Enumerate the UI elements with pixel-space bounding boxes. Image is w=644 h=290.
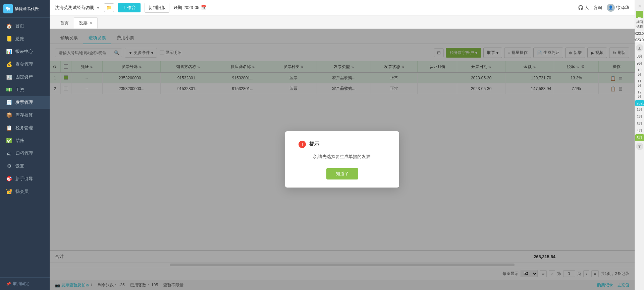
tax-icon: 📋	[6, 125, 12, 131]
company-dropdown-icon: ▼	[96, 6, 100, 10]
period-month-5月[interactable]: 5月	[635, 134, 644, 141]
period-month-1月[interactable]: 1月	[635, 106, 644, 113]
sidebar-label-ledger: 总账	[15, 36, 24, 42]
modal-dialog: ! 提示 亲,请先选择要生成单据的发票! 知道了	[285, 131, 399, 188]
archive-button[interactable]: 📁	[104, 3, 114, 12]
period-month-8月[interactable]: 8月	[635, 53, 644, 60]
sidebar-item-invoices[interactable]: 🧾发票管理	[0, 96, 50, 109]
sidebar-menu: 🏠首页📒总账📊报表中心💰资金管理🏢固定资产💵工资🧾发票管理📦库存核算📋税务管理✅…	[0, 18, 50, 277]
archive-icon: 🗂	[6, 151, 12, 156]
modal-body: 亲,请先选择要生成单据的发票!	[299, 153, 386, 160]
sidebar-label-guide: 新手引导	[15, 176, 33, 182]
sidebar-cancel-pin[interactable]: 📌 取消固定	[0, 277, 50, 290]
avatar: 👤	[607, 4, 615, 12]
sidebar-item-tax[interactable]: 📋税务管理	[0, 122, 50, 134]
reports-icon: 📊	[6, 49, 12, 55]
period-month-4月[interactable]: 4月	[635, 127, 644, 134]
main-area: 沈海英测试经营勿删 ▼ 📁 工作台 切到旧版 账期 2023-05 📅 🎧 人工…	[50, 0, 635, 290]
tab-invoices[interactable]: 发票 ✕	[74, 17, 98, 28]
app-title: 畅捷通易代账	[15, 6, 39, 12]
sidebar-item-ledger[interactable]: 📒总账	[0, 32, 50, 45]
sidebar-item-inventory[interactable]: 📦库存核算	[0, 109, 50, 122]
period-display: 账期 2023-05 📅	[173, 5, 206, 11]
headset-icon: 🎧	[578, 5, 583, 10]
period-button[interactable]: 常期	[636, 11, 643, 18]
sidebar-item-assets[interactable]: 🏢固定资产	[0, 71, 50, 83]
tabs-bar: 首页 发票 ✕	[50, 15, 635, 29]
panel-down-arrow[interactable]: ▼	[636, 143, 643, 150]
modal-header: ! 提示	[299, 141, 386, 148]
content-area: 销项发票 进项发票 费用小票 🔍 ▼ 更多条件 ▾ 显示明细	[50, 29, 635, 290]
sidebar-item-settle[interactable]: ✅结账	[0, 134, 50, 147]
invoices-icon: 🧾	[6, 99, 12, 105]
salary-icon: 💵	[6, 87, 12, 93]
right-panel-close-icon[interactable]: ✕	[638, 3, 642, 9]
pin-icon: 📌	[6, 282, 11, 286]
period-month-3月[interactable]: 3月	[635, 120, 644, 127]
sidebar-label-archive: 归档管理	[15, 150, 33, 156]
settle-icon: ✅	[6, 138, 12, 144]
guide-icon: 🎯	[6, 176, 12, 182]
sidebar-item-archive[interactable]: 🗂归档管理	[0, 147, 50, 160]
modal-message: 亲,请先选择要生成单据的发票!	[313, 154, 372, 159]
period-month-10月[interactable]: 10月	[635, 67, 644, 78]
modal-title: 提示	[309, 141, 319, 147]
sidebar-item-salary[interactable]: 💵工资	[0, 83, 50, 96]
right-panel: ✕ 常期 期间选择 2023.05 2023.05 ▲ 8月9月10月11月12…	[635, 0, 644, 290]
tab-close-icon[interactable]: ✕	[90, 21, 93, 25]
inventory-icon: 📦	[6, 112, 12, 118]
topbar: 沈海英测试经营勿删 ▼ 📁 工作台 切到旧版 账期 2023-05 📅 🎧 人工…	[50, 0, 635, 15]
period-month-9月[interactable]: 9月	[635, 60, 644, 67]
support-button[interactable]: 🎧 人工咨询	[578, 5, 602, 11]
company-selector[interactable]: 沈海英测试经营勿删 ▼	[55, 5, 100, 11]
modal-footer: 知道了	[299, 168, 386, 179]
sidebar-label-salary: 工资	[15, 87, 24, 93]
sidebar-label-tax: 税务管理	[15, 125, 33, 131]
warning-icon: !	[299, 141, 306, 148]
sidebar-label-reports: 报表中心	[15, 49, 33, 55]
sidebar: 畅 畅捷通易代账 🏠首页📒总账📊报表中心💰资金管理🏢固定资产💵工资🧾发票管理📦库…	[0, 0, 50, 290]
app-logo: 畅 畅捷通易代账	[0, 0, 50, 18]
member-icon: 👑	[6, 189, 12, 195]
user-menu[interactable]: 👤 徐泽华	[607, 4, 629, 12]
sidebar-item-reports[interactable]: 📊报表中心	[0, 45, 50, 58]
topbar-right: 🎧 人工咨询 👤 徐泽华	[578, 4, 629, 12]
tab-home-label: 首页	[60, 20, 69, 26]
period-value-1[interactable]: 2023.05	[633, 31, 644, 36]
home-icon: 🏠	[6, 23, 12, 29]
company-name: 沈海英测试经营勿删	[55, 5, 94, 11]
sidebar-label-assets: 固定资产	[15, 74, 33, 80]
sidebar-label-member: 畅会员	[15, 189, 29, 195]
sidebar-label-home: 首页	[15, 23, 24, 29]
sidebar-item-settings[interactable]: ⚙设置	[0, 160, 50, 172]
sidebar-item-funds[interactable]: 💰资金管理	[0, 58, 50, 71]
sidebar-label-inventory: 库存核算	[15, 112, 33, 118]
assets-icon: 🏢	[6, 74, 12, 80]
sidebar-label-invoices: 发票管理	[15, 99, 33, 105]
sidebar-item-guide[interactable]: 🎯新手引导	[0, 172, 50, 185]
period-month-12月[interactable]: 12月	[635, 89, 644, 100]
sidebar-label-settings: 设置	[15, 163, 24, 169]
period-month-2023[interactable]: 2023	[635, 100, 644, 106]
period-month-11月[interactable]: 11月	[635, 78, 644, 89]
period-month-2月[interactable]: 2月	[635, 113, 644, 120]
archive-icon: 📁	[106, 5, 112, 10]
calendar-icon[interactable]: 📅	[201, 5, 206, 10]
logo-icon: 畅	[3, 4, 13, 13]
tab-invoices-label: 发票	[79, 20, 88, 26]
ledger-icon: 📒	[6, 36, 12, 42]
period-months: 8月9月10月11月12月20231月2月3月4月5月	[635, 53, 644, 141]
sidebar-label-funds: 资金管理	[15, 61, 33, 67]
sidebar-item-member[interactable]: 👑畅会员	[0, 185, 50, 198]
period-value-2[interactable]: 2023.05	[633, 38, 644, 43]
modal-overlay: ! 提示 亲,请先选择要生成单据的发票! 知道了	[50, 29, 635, 290]
workspace-button[interactable]: 工作台	[118, 3, 141, 12]
sidebar-label-settle: 结账	[15, 138, 24, 144]
sidebar-item-home[interactable]: 🏠首页	[0, 20, 50, 32]
panel-up-arrow[interactable]: ▲	[636, 44, 643, 52]
period-selector-label: 期间选择	[635, 19, 644, 30]
settings-icon: ⚙	[6, 163, 12, 169]
tab-home[interactable]: 首页	[55, 17, 74, 28]
switch-version-button[interactable]: 切到旧版	[145, 3, 169, 13]
modal-ok-button[interactable]: 知道了	[326, 168, 358, 179]
